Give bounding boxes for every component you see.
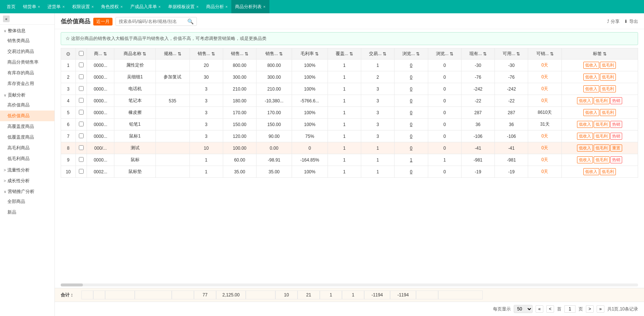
col-spec[interactable]: 规格...⇅ [155, 48, 189, 60]
browse-link[interactable]: 0 [410, 122, 413, 127]
sidebar-collapse-button[interactable]: « [3, 16, 10, 22]
cell-browse1[interactable]: 0 [395, 166, 428, 178]
row-checkbox[interactable] [79, 110, 84, 115]
search-icon[interactable]: 🔍 [187, 18, 194, 24]
scrollbar-thumb[interactable] [61, 283, 83, 286]
search-input[interactable] [119, 19, 187, 24]
horizontal-scrollbar[interactable] [61, 283, 638, 286]
nav-close-icon[interactable]: × [225, 4, 228, 9]
browse-link[interactable]: 0 [410, 134, 413, 139]
col-sellable-stock[interactable]: 可销...⇅ [528, 48, 561, 60]
export-button[interactable]: ⬇ 导出 [624, 18, 638, 25]
browse-link[interactable]: 0 [410, 98, 413, 103]
col-sales3[interactable]: 销售...⇅ [256, 48, 292, 60]
col-available-stock[interactable]: 可用...⇅ [495, 48, 528, 60]
nav-close-icon[interactable]: × [196, 4, 198, 9]
cell-checkbox[interactable] [76, 154, 87, 166]
cell-checkbox[interactable] [76, 130, 87, 142]
sidebar-group-traffic[interactable]: > 流量性分析 [0, 164, 54, 175]
cell-browse1[interactable]: 0 [395, 142, 428, 154]
nav-close-icon[interactable]: × [62, 4, 64, 9]
browse-link[interactable]: 1 [410, 157, 413, 163]
col-sales1[interactable]: 销售...⇅ [189, 48, 223, 60]
page-input[interactable] [564, 305, 576, 313]
nav-template-settings[interactable]: 单据模板设置 × [164, 0, 202, 13]
time-filter-button[interactable]: 近一月 [93, 18, 113, 26]
cell-checkbox[interactable] [76, 60, 87, 71]
share-button[interactable]: ⤴ 分享 [607, 18, 620, 25]
sidebar-item-sales-goods[interactable]: 销售类商品 [0, 35, 54, 46]
browse-link[interactable]: 0 [410, 75, 413, 80]
prev-page-button[interactable]: < [546, 305, 554, 313]
sidebar-item-category-sales-rate[interactable]: 商品分类销售率 [0, 57, 54, 68]
cell-checkbox[interactable] [76, 166, 87, 178]
sidebar-item-all-goods[interactable]: 全部商品 [0, 196, 54, 207]
cell-browse1[interactable]: 0 [395, 107, 428, 119]
sidebar-item-new-goods[interactable]: 新品 [0, 207, 54, 218]
browse-link[interactable]: 0 [410, 86, 413, 92]
sidebar-item-traded-goods[interactable]: 交易过的商品 [0, 46, 54, 57]
cell-browse1[interactable]: 0 [395, 71, 428, 83]
row-checkbox[interactable] [79, 133, 84, 138]
first-page-button[interactable]: « [536, 305, 543, 313]
browse-link[interactable]: 0 [410, 169, 413, 174]
cell-browse1[interactable]: 0 [395, 83, 428, 95]
nav-sales-order[interactable]: 销货单 × [19, 0, 44, 13]
nav-role-auth[interactable]: 角色授权 × [97, 0, 126, 13]
cell-browse1[interactable]: 1 [395, 154, 428, 166]
sidebar-item-high-value[interactable]: 高价值商品 [0, 100, 54, 111]
per-page-select[interactable]: 50 100 200 [514, 305, 533, 313]
row-checkbox[interactable] [79, 74, 84, 79]
cell-browse1[interactable]: 0 [395, 119, 428, 130]
browse-link[interactable]: 0 [410, 63, 413, 68]
cell-checkbox[interactable] [76, 142, 87, 154]
next-page-button[interactable]: > [586, 305, 594, 313]
nav-home[interactable]: 首页 [3, 0, 19, 13]
sidebar-item-low-value[interactable]: 低价值商品 [0, 111, 54, 121]
nav-purchase-order[interactable]: 进货单 × [44, 0, 68, 13]
sidebar-group-overview[interactable]: ∨ 整体信息 [0, 25, 54, 35]
row-checkbox[interactable] [79, 157, 84, 162]
row-checkbox[interactable] [79, 122, 84, 126]
row-checkbox[interactable] [79, 86, 84, 91]
nav-close-icon[interactable]: × [91, 4, 94, 9]
sidebar-item-high-margin[interactable]: 高毛利商品 [0, 143, 54, 153]
cell-browse1[interactable]: 0 [395, 95, 428, 107]
select-all-checkbox[interactable] [79, 51, 84, 56]
sidebar-item-high-coverage[interactable]: 高覆盖度商品 [0, 121, 54, 132]
nav-close-icon[interactable]: × [120, 4, 123, 9]
col-browse1[interactable]: 浏览...⇅ [395, 48, 428, 60]
col-browse2[interactable]: 浏览...⇅ [428, 48, 461, 60]
gear-icon[interactable]: ⚙ [66, 51, 71, 57]
row-checkbox[interactable] [79, 145, 84, 150]
sidebar-item-stock-goods[interactable]: 有库存的商品 [0, 68, 54, 78]
nav-close-icon[interactable]: × [263, 4, 265, 9]
cell-checkbox[interactable] [76, 119, 87, 130]
sidebar-item-low-coverage[interactable]: 低覆盖度商品 [0, 132, 54, 143]
col-tags[interactable]: 标签⇅ [561, 48, 638, 60]
sidebar-group-growth[interactable]: > 成长性分析 [0, 175, 54, 186]
nav-finished-goods[interactable]: 产成品入库单 × [127, 0, 164, 13]
col-profit-rate[interactable]: 毛利率⇅ [292, 48, 328, 60]
col-gear[interactable]: ⚙ [61, 48, 76, 60]
col-code[interactable]: 商...⇅ [87, 48, 114, 60]
col-name[interactable]: 商品名称⇅ [114, 48, 155, 60]
nav-product-analysis-list[interactable]: 商品分析列表 × [231, 0, 269, 13]
cell-checkbox[interactable] [76, 71, 87, 83]
nav-close-icon[interactable]: × [158, 4, 161, 9]
browse-link[interactable]: 0 [410, 110, 413, 115]
cell-browse1[interactable]: 0 [395, 60, 428, 71]
col-sales2[interactable]: 销售...⇅ [223, 48, 256, 60]
sidebar-group-contribution[interactable]: ∨ 贡献分析 [0, 89, 54, 100]
cell-browse1[interactable]: 0 [395, 130, 428, 142]
col-coverage[interactable]: 覆盖...⇅ [328, 48, 361, 60]
row-checkbox[interactable] [79, 98, 84, 103]
cell-checkbox[interactable] [76, 83, 87, 95]
row-checkbox[interactable] [79, 62, 84, 67]
sidebar-item-stock-capital[interactable]: 库存资金占用 [0, 78, 54, 89]
nav-product-analysis[interactable]: 商品分析 × [202, 0, 231, 13]
last-page-button[interactable]: » [597, 305, 604, 313]
cell-checkbox[interactable] [76, 107, 87, 119]
nav-permission[interactable]: 权限设置 × [68, 0, 97, 13]
table-container[interactable]: ⚙ 商...⇅ 商品名称⇅ 规格...⇅ 销售...⇅ 销售...⇅ 销售...… [55, 48, 644, 283]
